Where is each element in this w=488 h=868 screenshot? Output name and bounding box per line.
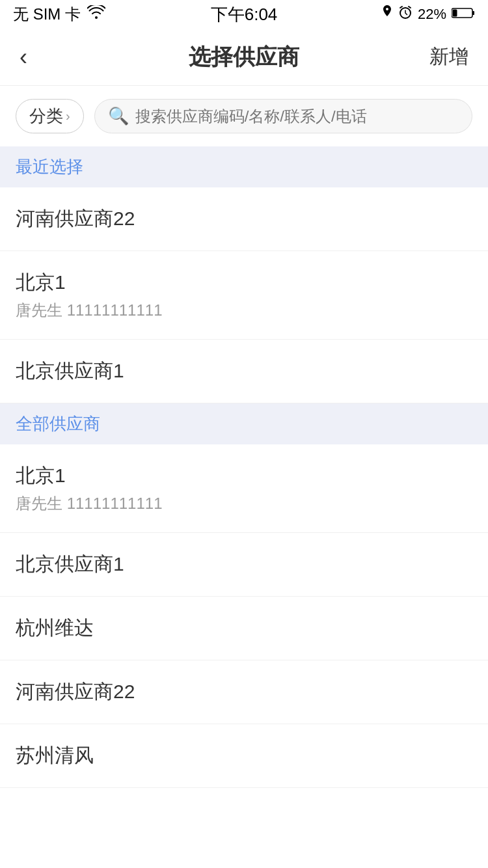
nav-bar: ‹ 选择供应商 新增 bbox=[0, 29, 488, 86]
filter-bar: 分类 › 🔍 bbox=[0, 86, 488, 146]
page-title: 选择供应商 bbox=[189, 42, 299, 72]
list-item[interactable]: 河南供应商22 bbox=[0, 660, 488, 724]
recent-list: 河南供应商22北京1唐先生 11111111111北京供应商1 bbox=[0, 187, 488, 403]
alarm-icon bbox=[398, 5, 413, 23]
item-name: 河南供应商22 bbox=[16, 679, 472, 705]
category-filter[interactable]: 分类 › bbox=[16, 99, 84, 133]
svg-rect-2 bbox=[472, 11, 474, 15]
item-name: 杭州维达 bbox=[16, 615, 472, 642]
list-item[interactable]: 河南供应商22 bbox=[0, 187, 488, 251]
item-name: 河南供应商22 bbox=[16, 206, 472, 232]
svg-rect-3 bbox=[453, 10, 457, 17]
location-icon bbox=[381, 5, 393, 23]
category-label: 分类 bbox=[29, 105, 63, 128]
all-section-label: 全部供应商 bbox=[16, 414, 100, 433]
list-item[interactable]: 北京1唐先生 11111111111 bbox=[0, 444, 488, 533]
item-sub: 唐先生 11111111111 bbox=[16, 300, 472, 321]
item-name: 北京1 bbox=[16, 269, 472, 296]
status-time: 下午6:04 bbox=[211, 3, 278, 26]
chevron-right-icon: › bbox=[66, 109, 70, 124]
item-name: 北京供应商1 bbox=[16, 551, 472, 578]
battery-icon bbox=[452, 6, 475, 23]
back-button[interactable]: ‹ bbox=[20, 44, 59, 71]
recent-section-label: 最近选择 bbox=[16, 157, 83, 176]
status-left: 无 SIM 卡 bbox=[13, 4, 105, 25]
status-right: 22% bbox=[381, 5, 475, 23]
item-sub: 唐先生 11111111111 bbox=[16, 493, 472, 514]
all-section-header: 全部供应商 bbox=[0, 403, 488, 444]
item-name: 北京供应商1 bbox=[16, 358, 472, 385]
list-item[interactable]: 北京供应商1 bbox=[0, 533, 488, 597]
search-input[interactable] bbox=[135, 107, 459, 126]
list-item[interactable]: 北京供应商1 bbox=[0, 340, 488, 403]
status-bar: 无 SIM 卡 下午6:04 22% bbox=[0, 0, 488, 29]
item-name: 苏州清风 bbox=[16, 742, 472, 769]
search-box[interactable]: 🔍 bbox=[94, 99, 472, 133]
list-item[interactable]: 苏州清风 bbox=[0, 724, 488, 788]
item-name: 北京1 bbox=[16, 463, 472, 489]
wifi-icon bbox=[87, 5, 105, 23]
new-add-button[interactable]: 新增 bbox=[429, 44, 468, 70]
all-list: 北京1唐先生 11111111111北京供应商1杭州维达河南供应商22苏州清风 bbox=[0, 444, 488, 788]
no-sim-label: 无 SIM 卡 bbox=[13, 4, 81, 25]
battery-label: 22% bbox=[418, 6, 446, 23]
search-icon: 🔍 bbox=[108, 106, 129, 126]
list-item[interactable]: 北京1唐先生 11111111111 bbox=[0, 251, 488, 340]
list-item[interactable]: 杭州维达 bbox=[0, 597, 488, 660]
recent-section-header: 最近选择 bbox=[0, 146, 488, 187]
